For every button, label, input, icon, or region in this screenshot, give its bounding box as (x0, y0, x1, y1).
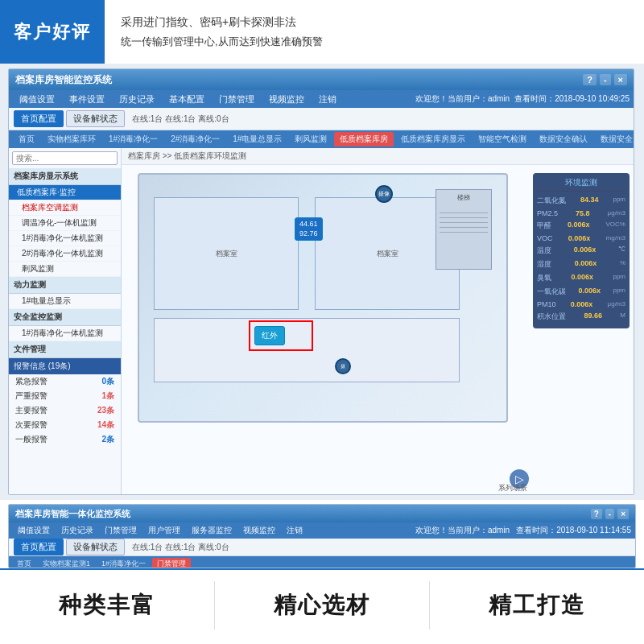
sw2-menu-threshold[interactable]: 阈值设置 (13, 524, 55, 537)
tab-sterilize1[interactable]: 1#消毒净化一 (103, 132, 163, 147)
sw2-toolbar-device[interactable]: 设备解状态 (66, 539, 125, 555)
sidebar-search-container (9, 148, 121, 168)
env-humidity: 湿度 0.006x % (537, 258, 625, 270)
sw2-user-info: 欢迎您！当前用户：admin (415, 525, 510, 536)
help-btn[interactable]: ? (583, 74, 597, 85)
env-co: 一氧化碳 0.006x ppm (537, 286, 625, 298)
sw1-navtabs: 首页 实物档案库环 1#消毒净化一 2#消毒净化一 1#电量总显示 剩风监测 低… (9, 130, 634, 148)
tab-lowq-show[interactable]: 低质档案库房显示 (395, 132, 471, 147)
ad-text-3: 精工打造 (430, 590, 644, 621)
sidebar-item-ac[interactable]: 档案库空调监测 (9, 200, 121, 216)
room-stairs: 楼梯 (436, 189, 492, 270)
tab-sterilize2[interactable]: 2#消毒净化一 (165, 132, 225, 147)
sidebar-item-wind[interactable]: 剩风监测 (9, 262, 121, 277)
sw2-controls[interactable]: ? - × (591, 509, 629, 519)
sw2-menu-door[interactable]: 门禁管理 (100, 524, 142, 537)
tab-lowq-active[interactable]: 低质档案库房 (334, 132, 394, 147)
env-ozone: 臭氧 0.006x ppm (537, 272, 625, 284)
env-panel: 环境监测 二氧化氮 84.34 ppm PM2.5 75.8 μg/m3 (533, 173, 630, 328)
datetime-info: 查看时间：2018-09-10 10:49:25 (514, 93, 630, 105)
env-pm25: PM2.5 75.8 μg/m3 (537, 208, 625, 218)
menu-video[interactable]: 视频监控 (262, 92, 311, 107)
tab-power[interactable]: 1#电量总显示 (227, 132, 287, 147)
ad-text-2: 精心选材 (215, 590, 429, 621)
tab-datasec[interactable]: 数据安全确认 (534, 132, 593, 147)
alarm-row-major: 主要报警 23条 (9, 403, 121, 418)
sensor-camera2: 摄 (335, 358, 351, 374)
sidebar-item-lowq[interactable]: 低质档案库·监控 (9, 185, 121, 200)
breadcrumb: 档案库房 >> 低质档案库环境监测 (122, 148, 634, 165)
sw2-menu-logout[interactable]: 注销 (282, 524, 308, 537)
menu-logout[interactable]: 注销 (312, 92, 343, 107)
ad-banner: 种类丰富 精心选材 精工打造 (0, 568, 644, 641)
tab-monitor[interactable]: 数据安全监测 (595, 132, 634, 147)
sidebar-item-s1[interactable]: 1#消毒净化一体机监测 (9, 231, 121, 246)
selection-box (249, 320, 313, 351)
toolbar-home[interactable]: 首页配置 (14, 110, 64, 127)
sw2-toolbar: 首页配置 设备解状态 在线:1台 在线:1台 离线:0台 (9, 539, 635, 556)
sw1-menubar: 阈值设置 事件设置 历史记录 基本配置 门禁管理 视频监控 注销 欢迎您！当前用… (9, 90, 634, 108)
sw2-menu-video[interactable]: 视频监控 (238, 524, 280, 537)
alarm-row-severe: 严重报警 1条 (9, 389, 121, 403)
sw2-tab-sterilize[interactable]: 1#消毒净化一 (97, 558, 151, 569)
sw-frame-1: 档案库房智能监控系统 ? - × 阈值设置 事件设置 历史记录 基本配置 门禁管… (8, 68, 634, 495)
alarm-row-urgent: 紧急报警 0条 (9, 374, 121, 389)
toolbar-device[interactable]: 设备解状态 (66, 110, 125, 127)
sw2-min[interactable]: - (605, 509, 614, 519)
alarm-section-header: 报警信息 (19条) (9, 358, 121, 374)
sidebar-item-sec[interactable]: 1#消毒净化一体机监测 (9, 326, 121, 341)
floorplan: 档案室 档案室 楼梯 (138, 173, 508, 423)
menu-basic[interactable]: 基本配置 (163, 92, 211, 107)
menu-door[interactable]: 门禁管理 (213, 92, 261, 107)
sidebar-item-purify[interactable]: 调温净化-一体机监测 (9, 216, 121, 231)
room-left: 档案室 (154, 197, 299, 310)
vis-area: 档案室 档案室 楼梯 (122, 165, 634, 495)
sw1-sidebar: 档案库房显示系统 低质档案库·监控 档案库空调监测 调温净化-一体机监测 1#消… (9, 148, 122, 495)
sw2-tab-door[interactable]: 门禁管理 (152, 558, 191, 569)
menu-threshold[interactable]: 阈值设置 (13, 92, 61, 107)
sw2-tab-home[interactable]: 首页 (12, 558, 36, 569)
tab-air[interactable]: 智能空气检测 (473, 132, 532, 147)
env-voc: VOC 0.006x mg/m3 (537, 233, 625, 243)
sw2-title: 档案库房智能一体化监控系统 (15, 508, 130, 520)
sw1-main: 档案库房 >> 低质档案库环境监测 档案室 档案室 (122, 148, 634, 495)
sidebar-sec-file: 文件管理 (9, 341, 121, 358)
tab-physical[interactable]: 实物档案库环 (42, 132, 101, 147)
sidebar-item-power[interactable]: 1#电量总显示 (9, 294, 121, 309)
sw2-menu-user[interactable]: 用户管理 (143, 524, 185, 537)
sidebar-item-s2[interactable]: 2#消毒净化一体机监测 (9, 246, 121, 262)
sw2-toolbar-home[interactable]: 首页配置 (14, 539, 64, 555)
menubar-right: 欢迎您！当前用户：admin 查看时间：2018-09-10 10:49:25 (415, 93, 630, 105)
sw2-help[interactable]: ? (591, 509, 602, 519)
expand-label: 系列场景 (498, 483, 527, 493)
sidebar-search-input[interactable] (12, 151, 118, 165)
sw1-title: 档案库房智能监控系统 (15, 73, 583, 87)
sw1-titlebar: 档案库房智能监控系统 ? - × (9, 69, 634, 90)
sw2-datetime: 查看时间：2018-09-10 11:14:55 (516, 525, 631, 536)
top-banner-content: 采用进门指纹、密码+刷卡探测非法 统一传输到管理中心,从而达到快速准确预警 (105, 0, 644, 64)
env-pm10: PM10 0.006x μg/m3 (537, 299, 625, 309)
close-btn[interactable]: × (614, 74, 627, 85)
banner-line1: 采用进门指纹、密码+刷卡探测非法 (121, 15, 628, 30)
env-water: 积水位置 89.66 M (537, 311, 625, 323)
menu-event[interactable]: 事件设置 (63, 92, 111, 107)
sw2-toolbar-info: 在线:1台 在线:1台 离线:0台 (132, 542, 229, 553)
sw2-menu-history[interactable]: 历史记录 (56, 524, 98, 537)
menu-history[interactable]: 历史记录 (113, 92, 161, 107)
minimize-btn[interactable]: - (600, 74, 611, 85)
sensor-reading: 44.61 92.76 (295, 217, 323, 241)
sw1-content: 档案库房显示系统 低质档案库·监控 档案库空调监测 调温净化-一体机监测 1#消… (9, 148, 634, 495)
sw2-menubar-right: 欢迎您！当前用户：admin 查看时间：2018-09-10 11:14:55 (415, 525, 631, 536)
user-info: 欢迎您！当前用户：admin (415, 93, 510, 105)
tab-home[interactable]: 首页 (13, 132, 40, 147)
bottom-section: 档案库房智能一体化监控系统 ? - × 阈值设置 历史记录 门禁管理 用户管理 … (0, 499, 644, 644)
ad-item-2: 精心选材 (215, 590, 429, 621)
tab-wind[interactable]: 剩风监测 (289, 132, 332, 147)
screenshot-area: 档案库房智能监控系统 ? - × 阈值设置 事件设置 历史记录 基本配置 门禁管… (0, 64, 644, 499)
banner-line2: 统一传输到管理中心,从而达到快速准确预警 (121, 35, 628, 49)
sw2-tab-physical[interactable]: 实物档案监测1 (38, 558, 95, 569)
sw2-close[interactable]: × (617, 509, 629, 519)
sw1-controls[interactable]: ? - × (583, 74, 627, 85)
ad-item-1: 种类丰富 (0, 590, 214, 621)
sw2-menu-server[interactable]: 服务器监控 (187, 524, 237, 537)
